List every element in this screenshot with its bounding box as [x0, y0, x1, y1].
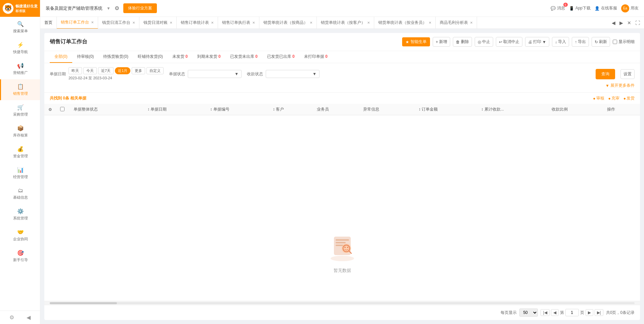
last-page-btn[interactable]: ▶| [595, 309, 603, 316]
tab-fullscreen-btn[interactable]: ⛶ [634, 19, 641, 26]
sidebar-item-guide[interactable]: 🎯 新手引导 [0, 246, 40, 267]
tab-close-sales-stats[interactable]: ✕ [211, 21, 214, 25]
tab-prev-btn[interactable]: ◀ [610, 19, 617, 26]
tab-close-goods-staff[interactable]: ✕ [429, 21, 431, 25]
work-toolbar: ★ 智能生单 + 新增 🗑 删除 ◎ 中止 [402, 37, 635, 47]
smart-order-button[interactable]: ★ 智能生单 [402, 37, 430, 46]
tab-home[interactable]: 首页 [40, 17, 57, 29]
show-detail-checkbox[interactable] [613, 40, 617, 44]
expand-more-btn[interactable]: ▼ 展开更多条件 [605, 83, 635, 88]
filter-tab-pending-inspect[interactable]: 待拣货验货(0) [98, 51, 133, 63]
user-action[interactable]: Ea 用友 [621, 4, 639, 12]
page-input[interactable] [565, 309, 579, 316]
import-button[interactable]: ↓ 导入 [552, 37, 569, 47]
tab-close-sales-workbench[interactable]: ✕ [91, 21, 94, 24]
sidebar-item-enterprise[interactable]: 🤝 企业协同 [0, 225, 40, 246]
tab-sales-workbench[interactable]: 销售订单工作台 ✕ [57, 17, 98, 29]
add-button[interactable]: + 新增 [433, 37, 450, 47]
tab-goods-stats-product[interactable]: 销货单统计表（按商品） ✕ [259, 17, 317, 29]
sidebar-item-operations[interactable]: 📊 经营管理 [0, 163, 40, 184]
tab-sales-exec[interactable]: 销售订单执行表 ✕ [218, 17, 259, 29]
date-btn-custom[interactable]: 自定义 [146, 67, 164, 74]
first-page-btn[interactable]: |◀ [541, 309, 549, 316]
select-all-checkbox[interactable] [60, 107, 65, 111]
tab-cash-daily[interactable]: 钱货日清工作台 ✕ [98, 17, 139, 29]
tab-goods-stats-customer[interactable]: 销货单统计表（按客户） ✕ [317, 17, 374, 29]
delete-button[interactable]: 🗑 删除 [453, 37, 472, 47]
settings-bottom-icon[interactable]: ⚙ [9, 314, 14, 321]
col-settings[interactable]: ⚙ [44, 104, 56, 115]
tab-close-goods-customer[interactable]: ✕ [367, 21, 370, 25]
tab-close-goods-product[interactable]: ✕ [310, 21, 312, 25]
tab-close-all-btn[interactable]: ✕ [626, 19, 633, 26]
settings-filter-button[interactable]: 设置 [620, 69, 635, 79]
topbar-dropdown-icon[interactable]: ▼ [106, 6, 111, 11]
filter-tab-shipped-out[interactable]: 已发货已出库 0 [262, 51, 299, 63]
print-button[interactable]: 🖨 打印 ▼ [525, 37, 549, 47]
col-amount[interactable]: ↕ 订单金额 [415, 104, 477, 115]
tab-cash-reconcile[interactable]: 钱货日清对账 ✕ [139, 17, 177, 29]
tab-close-sales-exec[interactable]: ✕ [252, 21, 255, 25]
sidebar-item-finance[interactable]: 💰 资金管理 [0, 142, 40, 163]
prev-page-btn[interactable]: ◀ [551, 309, 559, 316]
scroll-track[interactable] [50, 302, 635, 304]
sidebar-item-system[interactable]: ⚙️ 系统管理 [0, 204, 40, 225]
collapse-icon[interactable]: ◀ [27, 314, 31, 321]
tab-margin-analysis[interactable]: 商品毛利分析表 ✕ [436, 17, 477, 29]
date-btn-yesterday[interactable]: 昨天 [69, 67, 82, 74]
col-customer[interactable]: ↕ 客户 [269, 104, 313, 115]
tab-sales-stats[interactable]: 销售订单统计表 ✕ [177, 17, 218, 29]
cancel-stop-button[interactable]: ↩ 取消中止 [496, 37, 522, 47]
query-button[interactable]: 查询 [596, 69, 615, 79]
review-batch-btn[interactable]: ● 审核 [593, 95, 604, 101]
table-action-buttons: ● 审核 ● 充审 ● 发货 [593, 95, 635, 101]
date-btn-today[interactable]: 今天 [83, 67, 97, 74]
filter-tab-wangpu[interactable]: 旺铺待发货(0) [133, 51, 168, 63]
sidebar-item-marketing[interactable]: 📢 营销推广 [0, 58, 40, 79]
settings-icon[interactable]: ⚙ [115, 5, 119, 11]
date-btn-1month[interactable]: 近1月 [115, 67, 130, 74]
page-size-select[interactable]: 50 20 100 200 [519, 309, 538, 317]
ship-batch-btn[interactable]: ● 发货 [624, 95, 635, 101]
message-badge: 6 [563, 3, 568, 7]
filter-tab-pending-review[interactable]: 待审核(0) [72, 51, 99, 63]
date-btn-7days[interactable]: 近7天 [98, 67, 114, 74]
online-service-action[interactable]: 👤 在线客服 [595, 5, 617, 11]
refresh-button[interactable]: ↻ 刷新 [592, 37, 610, 47]
col-number[interactable]: ↕ 单据编号 [206, 104, 269, 115]
stop-button[interactable]: ◎ 中止 [475, 37, 493, 47]
search-area: 单据日期 昨天 今天 近7天 近1月 更多 自定义 2023-02-24 至 2… [44, 63, 640, 93]
date-btn-more[interactable]: 更多 [132, 67, 145, 74]
next-page-btn[interactable]: ▶ [586, 309, 593, 316]
export-button[interactable]: ↑ 导出 [572, 37, 589, 47]
sidebar-item-sales[interactable]: 📋 销售管理 [0, 79, 40, 100]
payment-select[interactable]: ▼ [266, 70, 319, 78]
filter-tab-all[interactable]: 全部(0) [50, 51, 72, 63]
sidebar: 🐯 畅捷通好生意 标准版 🔍 搜索菜单 ⚡ 快捷导航 📢 营销推广 📋 销售管理… [0, 0, 40, 324]
tab-next-btn[interactable]: ▶ [618, 19, 625, 26]
sidebar-item-basic[interactable]: 🗂 基础信息 [0, 184, 40, 204]
filter-tab-not-printed[interactable]: 未打印单据 0 [299, 51, 332, 63]
message-action[interactable]: 💬 6 消息 [551, 5, 565, 11]
sidebar-item-purchase[interactable]: 🛒 采购管理 [0, 100, 40, 121]
col-date[interactable]: ↕ 单据日期 [143, 104, 206, 115]
status-select[interactable]: ▼ [188, 70, 242, 78]
filter-tab-overdue[interactable]: 到期未发货 0 [192, 51, 225, 63]
col-received[interactable]: ↕ 累计收款... [477, 104, 547, 115]
filter-tab-not-shipped[interactable]: 未发货 0 [168, 51, 192, 63]
col-abnormal: 异常信息 [359, 104, 415, 115]
tab-goods-stats-staff[interactable]: 销货单统计表（按业务员） ✕ [374, 17, 436, 29]
scroll-thumb[interactable] [50, 302, 117, 304]
sidebar-item-inventory[interactable]: 📦 库存核算 [0, 121, 40, 142]
online-service-label: 在线客服 [601, 5, 617, 11]
filter-tab-shipped-not-out[interactable]: 已发货未出库 0 [225, 51, 262, 63]
tab-close-margin[interactable]: ✕ [470, 21, 473, 25]
tab-close-cash-daily[interactable]: ✕ [132, 21, 135, 25]
sidebar-item-search[interactable]: 🔍 搜索菜单 [0, 17, 40, 38]
show-detail-checkbox-label[interactable]: 显示明细 [613, 39, 635, 45]
tab-close-cash-reconcile[interactable]: ✕ [170, 21, 172, 25]
app-download-action[interactable]: 📱 App下载 [569, 5, 591, 11]
sidebar-item-shortcut[interactable]: ⚡ 快捷导航 [0, 38, 40, 58]
unreview-batch-btn[interactable]: ● 充审 [608, 95, 619, 101]
experience-button[interactable]: 体验行业方案 [123, 3, 157, 13]
